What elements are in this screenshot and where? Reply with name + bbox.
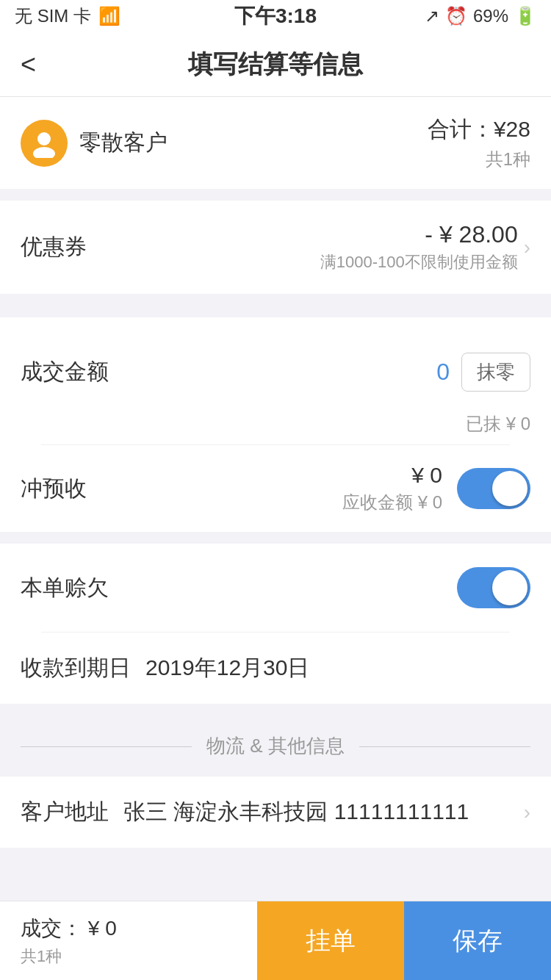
bottom-transaction-label: 成交： [21, 917, 82, 940]
prepayment-toggle[interactable] [457, 468, 530, 509]
chevron-right-icon: › [524, 236, 530, 259]
save-button[interactable]: 保存 [404, 901, 551, 981]
coupon-row[interactable]: 优惠券 - ¥ 28.00 满1000-100不限制使用金额 › [0, 201, 551, 294]
debt-toggle-thumb [492, 570, 527, 605]
battery-icon: 🔋 [514, 6, 536, 26]
prepayment-sub-amount: 应收金额 ¥ 0 [342, 491, 442, 514]
avatar-icon [29, 129, 59, 158]
status-bar: 无 SIM 卡 📶 下午3:18 ↗ ⏰ 69% 🔋 [0, 0, 551, 32]
coupon-right-inner: - ¥ 28.00 满1000-100不限制使用金额 [320, 221, 518, 273]
bottom-transaction-value: ¥ 0 [88, 917, 117, 940]
address-label: 客户地址 [21, 797, 109, 827]
debt-row: 本单赊欠 [21, 544, 530, 632]
gray-separator-1 [0, 306, 551, 317]
debt-section: 本单赊欠 收款到期日 2019年12月30日 [0, 544, 551, 704]
due-date-row: 收款到期日 2019年12月30日 [21, 633, 530, 704]
svg-point-1 [33, 147, 55, 158]
coupon-amount: - ¥ 28.00 [320, 221, 518, 248]
hold-button-label: 挂单 [306, 924, 356, 958]
due-date-value[interactable]: 2019年12月30日 [145, 653, 309, 683]
status-left: 无 SIM 卡 📶 [15, 4, 120, 28]
prepayment-amounts: ¥ 0 应收金额 ¥ 0 [342, 463, 442, 514]
transaction-sub: 已抹 ¥ 0 [21, 412, 530, 444]
bottom-bar: 成交： ¥ 0 共1种 挂单 保存 [0, 901, 551, 980]
due-date-label: 收款到期日 [21, 653, 131, 683]
svg-point-0 [37, 132, 51, 145]
bottom-transaction-amount: 成交： ¥ 0 [21, 915, 237, 943]
total-count: 共1种 [428, 148, 530, 171]
address-row[interactable]: 客户地址 张三 海淀永丰科技园 11111111111 › [21, 777, 530, 848]
gray-separator-2 [0, 532, 551, 544]
prepayment-row: 冲预收 ¥ 0 应收金额 ¥ 0 [21, 445, 530, 532]
nav-bar: < 填写结算等信息 [0, 32, 551, 97]
nav-title: 填写结算等信息 [188, 48, 363, 82]
logistics-section-label: 物流 & 其他信息 [192, 735, 359, 757]
coupon-section: 优惠券 - ¥ 28.00 满1000-100不限制使用金额 › [0, 201, 551, 294]
address-chevron-icon: › [524, 801, 530, 824]
prepayment-main-amount: ¥ 0 [342, 463, 442, 488]
alarm-icon: ⏰ [445, 6, 467, 26]
prepayment-right: ¥ 0 应收金额 ¥ 0 [342, 463, 530, 514]
coupon-right: - ¥ 28.00 满1000-100不限制使用金额 › [320, 221, 530, 273]
transaction-section: 成交金额 0 抹零 已抹 ¥ 0 冲预收 ¥ 0 应收金额 ¥ 0 [0, 317, 551, 532]
carrier-label: 无 SIM 卡 [15, 4, 91, 28]
customer-left: 零散客户 [21, 120, 168, 167]
debt-label: 本单赊欠 [21, 573, 109, 603]
status-right: ↗ ⏰ 69% 🔋 [425, 6, 536, 26]
status-time: 下午3:18 [234, 2, 317, 30]
wifi-icon: 📶 [98, 6, 120, 26]
debt-toggle[interactable] [457, 567, 530, 608]
logistics-header: 物流 & 其他信息 [0, 716, 551, 777]
battery-label: 69% [473, 6, 508, 26]
coupon-desc: 满1000-100不限制使用金额 [320, 251, 518, 273]
total-amount: 合计：¥28 [428, 115, 530, 145]
prepayment-label: 冲预收 [21, 474, 87, 504]
transaction-label: 成交金额 [21, 357, 109, 387]
save-button-label: 保存 [453, 924, 503, 958]
customer-name: 零散客户 [79, 128, 168, 158]
customer-row: 零散客户 合计：¥28 共1种 [0, 97, 551, 189]
hold-button[interactable]: 挂单 [257, 901, 404, 981]
location-icon: ↗ [425, 6, 439, 26]
bottom-count-label: 共1种 [21, 945, 237, 968]
back-button[interactable]: < [21, 49, 36, 80]
round-zero-button[interactable]: 抹零 [461, 353, 530, 392]
transaction-value[interactable]: 0 [406, 359, 450, 386]
transaction-right: 0 抹零 [406, 353, 530, 392]
customer-avatar [21, 120, 68, 167]
customer-right: 合计：¥28 共1种 [428, 115, 530, 171]
address-value: 张三 海淀永丰科技园 11111111111 [123, 797, 524, 827]
transaction-amount-container: 成交金额 0 抹零 已抹 ¥ 0 [21, 317, 530, 444]
bottom-info: 成交： ¥ 0 共1种 [0, 915, 257, 968]
toggle-thumb [492, 471, 527, 506]
address-section: 客户地址 张三 海淀永丰科技园 11111111111 › [0, 777, 551, 848]
coupon-label: 优惠券 [21, 232, 87, 262]
transaction-row: 成交金额 0 抹零 [21, 332, 530, 412]
customer-section: 零散客户 合计：¥28 共1种 [0, 97, 551, 189]
